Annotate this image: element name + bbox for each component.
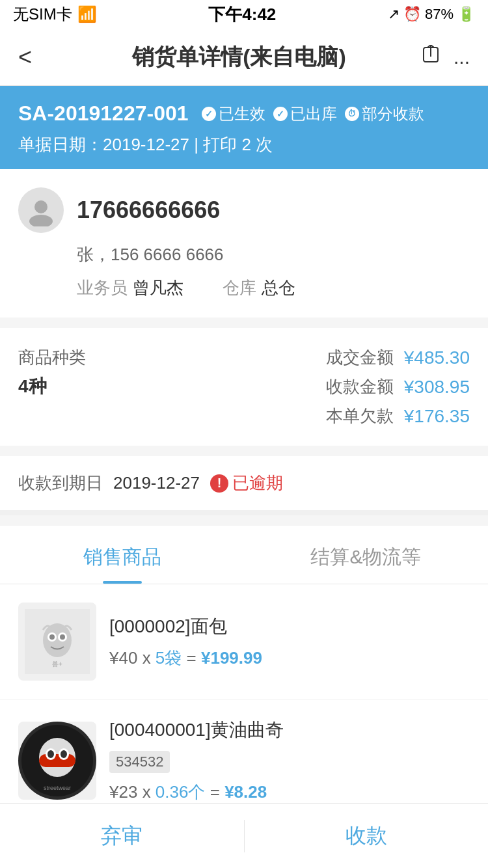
sales-name: 曾凡杰 xyxy=(133,277,183,299)
battery-icon: 🔋 xyxy=(457,6,475,23)
customer-name-info: 张，156 6666 6666 xyxy=(18,243,470,266)
price-multiply-2: x xyxy=(142,782,156,802)
order-id: SA-20191227-001 xyxy=(18,102,189,126)
svg-point-3 xyxy=(29,215,53,226)
svg-point-2 xyxy=(34,200,47,213)
price-qty-2: 0.36个 xyxy=(156,782,206,802)
status-right: ↗ ⏰ 87% 🔋 xyxy=(388,6,475,23)
stats-right: 成交金额 ¥485.30 收款金额 ¥308.95 本单欠款 ¥176.35 xyxy=(326,346,470,427)
product-item: 兽+ [0000002]面包 ¥40 x 5袋 = ¥199.99 xyxy=(0,584,488,699)
avatar xyxy=(18,187,64,233)
stats-left: 商品种类 4种 xyxy=(18,346,86,399)
customer-section: 17666666666 张，156 6666 6666 业务员 曾凡杰 仓库 总… xyxy=(0,169,488,318)
stats-section: 商品种类 4种 成交金额 ¥485.30 收款金额 ¥308.95 本单欠款 ¥… xyxy=(0,328,488,446)
battery-text: 87% xyxy=(425,6,454,23)
svg-text:兽+: 兽+ xyxy=(52,660,62,668)
tab-settlement[interactable]: 结算&物流等 xyxy=(244,526,488,584)
product-price-2: ¥23 x 0.36个 = ¥8.28 xyxy=(109,781,470,804)
overdue-icon: ! xyxy=(210,474,228,493)
collect-button[interactable]: 收款 xyxy=(245,809,489,863)
svg-point-9 xyxy=(60,634,65,640)
status-shipped: ✓ 已出库 xyxy=(273,103,337,124)
price-multiply-1: x xyxy=(142,648,156,668)
price-qty-1: 5袋 xyxy=(156,648,182,668)
back-button[interactable]: < xyxy=(18,44,57,71)
time-display: 下午4:42 xyxy=(208,3,276,26)
status-bar: 无SIM卡 📶 下午4:42 ↗ ⏰ 87% 🔋 xyxy=(0,0,488,29)
due-date-value: 2019-12-27 xyxy=(113,473,200,493)
product-type-count: 4种 xyxy=(18,374,86,399)
reject-button[interactable]: 弃审 xyxy=(0,809,244,863)
alarm-icon: ⏰ xyxy=(403,6,421,23)
customer-top: 17666666666 xyxy=(18,187,470,233)
product-price-1: ¥40 x 5袋 = ¥199.99 xyxy=(109,647,470,670)
product-type-label: 商品种类 xyxy=(18,346,86,369)
svg-point-8 xyxy=(49,634,55,640)
product-name-1: [0000002]面包 xyxy=(109,614,470,639)
debt-label: 本单欠款 xyxy=(326,405,394,427)
status-partial: ⏱ 部分收款 xyxy=(345,103,424,124)
collected-row: 收款金额 ¥308.95 xyxy=(326,375,470,398)
amount-value: ¥485.30 xyxy=(404,347,470,368)
collected-value: ¥308.95 xyxy=(404,377,470,398)
svg-point-17 xyxy=(47,750,54,758)
location-icon: ↗ xyxy=(388,6,400,23)
more-button[interactable]: ... xyxy=(454,46,470,68)
customer-phone: 17666666666 xyxy=(77,197,220,224)
debt-row: 本单欠款 ¥176.35 xyxy=(326,405,470,427)
sales-meta: 业务员 曾凡杰 xyxy=(77,277,183,299)
nav-right-actions: ... xyxy=(421,45,470,69)
bottom-action-bar: 弃审 收款 xyxy=(0,803,488,868)
status-badges: ✓ 已生效 ✓ 已出库 ⏱ 部分收款 xyxy=(202,103,424,124)
wifi-icon: 📶 xyxy=(77,5,97,23)
product-info-1: [0000002]面包 ¥40 x 5袋 = ¥199.99 xyxy=(109,614,470,670)
warehouse-name: 总仓 xyxy=(262,277,295,299)
collected-label: 收款金额 xyxy=(326,375,394,398)
product-tag-2: 534532 xyxy=(109,751,170,773)
overdue-badge: ! 已逾期 xyxy=(210,472,283,495)
svg-rect-14 xyxy=(39,754,75,767)
status-left: 无SIM卡 📶 xyxy=(13,4,97,25)
status-active: ✓ 已生效 xyxy=(202,103,265,124)
due-date-section: 收款到期日 2019-12-27 ! 已逾期 xyxy=(0,456,488,515)
amount-row: 成交金额 ¥485.30 xyxy=(326,346,470,369)
check-icon-2: ✓ xyxy=(273,107,288,121)
price-equals-1: = xyxy=(187,648,201,668)
warehouse-label: 仓库 xyxy=(223,277,256,299)
price-total-1: ¥199.99 xyxy=(201,648,262,668)
svg-point-5 xyxy=(43,623,72,657)
carrier-text: 无SIM卡 xyxy=(13,4,72,25)
price-base-1: ¥40 xyxy=(109,648,137,668)
tabs-section: 销售商品 结算&物流等 xyxy=(0,526,488,584)
nav-bar: < 销货单详情(来自电脑) ... xyxy=(0,29,488,86)
price-base-2: ¥23 xyxy=(109,782,137,802)
warehouse-meta: 仓库 总仓 xyxy=(223,277,295,299)
tab-sales-products[interactable]: 销售商品 xyxy=(0,526,244,584)
check-icon-1: ✓ xyxy=(202,107,216,121)
page-title: 销货单详情(来自电脑) xyxy=(57,42,421,72)
price-equals-2: = xyxy=(210,782,224,802)
debt-value: ¥176.35 xyxy=(404,406,470,427)
product-list: 兽+ [0000002]面包 ¥40 x 5袋 = ¥199.99 xyxy=(0,584,488,822)
clock-icon: ⏱ xyxy=(345,107,359,121)
share-button[interactable] xyxy=(421,45,441,69)
amount-label: 成交金额 xyxy=(326,346,394,369)
order-header: SA-20191227-001 ✓ 已生效 ✓ 已出库 ⏱ 部分收款 xyxy=(0,86,488,169)
customer-meta: 业务员 曾凡杰 仓库 总仓 xyxy=(18,277,470,299)
product-name-2: [000400001]黄油曲奇 xyxy=(109,718,470,742)
due-label: 收款到期日 xyxy=(18,472,103,495)
order-header-top: SA-20191227-001 ✓ 已生效 ✓ 已出库 ⏱ 部分收款 xyxy=(18,102,470,126)
product-image-1: 兽+ xyxy=(18,603,96,681)
sales-label: 业务员 xyxy=(77,277,128,299)
order-date: 单据日期：2019-12-27 | 打印 2 次 xyxy=(18,133,470,156)
product-info-2: [000400001]黄油曲奇 534532 ¥23 x 0.36个 = ¥8.… xyxy=(109,718,470,804)
product-image-2: streetwear xyxy=(18,722,96,800)
svg-text:streetwear: streetwear xyxy=(44,785,71,791)
overdue-text: 已逾期 xyxy=(232,472,283,495)
svg-point-18 xyxy=(61,750,67,758)
price-total-2: ¥8.28 xyxy=(224,782,267,802)
